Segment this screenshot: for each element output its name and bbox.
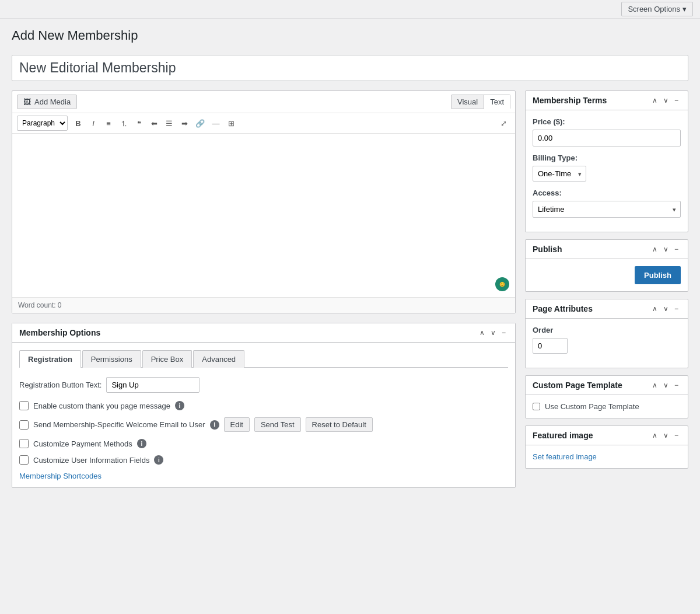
- order-input[interactable]: [533, 338, 568, 354]
- svg-text:😊: 😊: [499, 281, 505, 287]
- screen-options-button[interactable]: Screen Options ▾: [621, 2, 693, 16]
- table-button[interactable]: ⊞: [224, 116, 238, 131]
- customize-user-info-checkbox[interactable]: [19, 455, 29, 465]
- metabox-down-button[interactable]: ∨: [488, 328, 498, 337]
- billing-type-field-group: Billing Type: One-Time Recurring: [533, 154, 681, 182]
- page-title: Add New Membership: [12, 28, 688, 43]
- customize-payment-checkbox[interactable]: [19, 439, 29, 448]
- membership-terms-down-btn[interactable]: ∨: [661, 96, 671, 105]
- italic-button[interactable]: I: [86, 116, 100, 131]
- page-attributes-title: Page Attributes: [533, 304, 593, 313]
- publish-title: Publish: [533, 245, 562, 254]
- link-button[interactable]: 🔗: [192, 116, 208, 131]
- edit-email-button[interactable]: Edit: [224, 417, 250, 432]
- custom-template-down-btn[interactable]: ∨: [661, 381, 671, 390]
- reg-button-text-input[interactable]: [106, 377, 200, 393]
- featured-image-down-btn[interactable]: ∨: [661, 431, 671, 440]
- metabox-up-button[interactable]: ∧: [477, 328, 487, 337]
- membership-terms-controls: ∧ ∨ −: [650, 96, 681, 105]
- screen-options-label: Screen Options: [628, 5, 680, 13]
- featured-image-controls: ∧ ∨ −: [650, 431, 681, 440]
- customize-user-info-icon[interactable]: i: [154, 455, 163, 465]
- order-label: Order: [533, 326, 681, 334]
- send-test-button[interactable]: Send Test: [254, 417, 301, 432]
- billing-type-label: Billing Type:: [533, 154, 681, 162]
- access-select[interactable]: Lifetime Limited: [533, 201, 681, 218]
- enable-thank-you-row: Enable custom thank you page message i: [19, 401, 508, 410]
- set-featured-image-link[interactable]: Set featured image: [533, 452, 597, 461]
- enable-thank-you-checkbox[interactable]: [19, 401, 29, 410]
- send-welcome-email-row: Send Membership-Specific Welcome Email t…: [19, 417, 508, 432]
- text-tab[interactable]: Text: [484, 95, 510, 109]
- customize-user-info-label: Customize User Information Fields: [33, 456, 149, 465]
- price-field-group: Price ($):: [533, 117, 681, 146]
- membership-shortcodes-link[interactable]: Membership Shortcodes: [19, 472, 102, 480]
- horizontal-rule-button[interactable]: —: [209, 116, 223, 131]
- reset-to-default-button[interactable]: Reset to Default: [306, 417, 373, 432]
- content-layout: 🖼 Add Media Visual Text Paragraph Headin…: [12, 90, 688, 488]
- billing-type-select[interactable]: One-Time Recurring: [533, 166, 586, 182]
- emoji-picker-button[interactable]: 😊: [495, 277, 509, 291]
- right-column: Membership Terms ∧ ∨ − Price ($): Billin…: [525, 90, 688, 469]
- order-field-group: Order: [533, 326, 681, 354]
- featured-image-header: Featured image ∧ ∨ −: [526, 426, 688, 445]
- custom-template-checkbox[interactable]: [533, 403, 540, 410]
- editor-formatting-toolbar: Paragraph Heading 1 Heading 2 B I ≡ ⒈ ❝ …: [12, 113, 515, 134]
- metabox-collapse-button[interactable]: −: [499, 328, 508, 337]
- custom-template-up-btn[interactable]: ∧: [650, 381, 660, 390]
- customize-user-info-row: Customize User Information Fields i: [19, 455, 508, 465]
- publish-header: Publish ∧ ∨ −: [526, 240, 688, 259]
- add-media-button[interactable]: 🖼 Add Media: [17, 95, 77, 109]
- membership-terms-title: Membership Terms: [533, 96, 607, 105]
- send-welcome-email-checkbox[interactable]: [19, 420, 29, 430]
- editor-footer: Word count: 0: [12, 297, 515, 313]
- page-attributes-collapse-btn[interactable]: −: [672, 304, 681, 313]
- unordered-list-button[interactable]: ≡: [102, 116, 116, 131]
- featured-image-collapse-btn[interactable]: −: [672, 431, 681, 440]
- tab-price-box[interactable]: Price Box: [142, 350, 192, 368]
- publish-body: Publish: [526, 259, 688, 291]
- page-attributes-up-btn[interactable]: ∧: [650, 304, 660, 313]
- page-attributes-down-btn[interactable]: ∨: [661, 304, 671, 313]
- fullscreen-button[interactable]: ⤢: [496, 116, 510, 131]
- tab-permissions[interactable]: Permissions: [82, 350, 141, 368]
- price-input[interactable]: [533, 130, 681, 146]
- paragraph-select[interactable]: Paragraph Heading 1 Heading 2: [17, 116, 68, 131]
- featured-image-up-btn[interactable]: ∧: [650, 431, 660, 440]
- blockquote-button[interactable]: ❝: [132, 116, 146, 131]
- registration-tab-content: Registration Button Text: Enable custom …: [19, 377, 508, 480]
- align-right-button[interactable]: ➡: [177, 116, 191, 131]
- membership-terms-up-btn[interactable]: ∧: [650, 96, 660, 105]
- custom-template-collapse-btn[interactable]: −: [672, 381, 681, 390]
- tab-registration[interactable]: Registration: [19, 350, 81, 368]
- publish-controls: ∧ ∨ −: [650, 245, 681, 254]
- membership-terms-metabox: Membership Terms ∧ ∨ − Price ($): Billin…: [525, 90, 688, 232]
- send-welcome-email-info-icon[interactable]: i: [210, 420, 219, 430]
- editor-content-area[interactable]: 😊: [12, 134, 515, 297]
- post-title-input[interactable]: [12, 55, 688, 81]
- visual-tab[interactable]: Visual: [451, 95, 484, 109]
- align-left-button[interactable]: ⬅: [147, 116, 161, 131]
- publish-down-btn[interactable]: ∨: [661, 245, 671, 254]
- billing-type-select-wrapper: One-Time Recurring: [533, 166, 586, 182]
- enable-thank-you-info-icon[interactable]: i: [175, 401, 184, 410]
- publish-up-btn[interactable]: ∧: [650, 245, 660, 254]
- access-label: Access:: [533, 189, 681, 197]
- publish-metabox: Publish ∧ ∨ − Publish: [525, 239, 688, 292]
- tab-advanced[interactable]: Advanced: [193, 350, 244, 368]
- top-bar: Screen Options ▾: [0, 0, 700, 19]
- publish-button[interactable]: Publish: [635, 266, 681, 284]
- customize-payment-info-icon[interactable]: i: [137, 439, 146, 448]
- membership-terms-collapse-btn[interactable]: −: [672, 96, 681, 105]
- page-attributes-controls: ∧ ∨ −: [650, 304, 681, 313]
- publish-collapse-btn[interactable]: −: [672, 245, 681, 254]
- bold-button[interactable]: B: [71, 116, 85, 131]
- membership-options-body: Registration Permissions Price Box Advan…: [12, 343, 515, 487]
- enable-thank-you-label: Enable custom thank you page message: [33, 402, 170, 410]
- featured-image-title: Featured image: [533, 431, 593, 440]
- customize-payment-row: Customize Payment Methods i: [19, 439, 508, 448]
- page-wrap: Add New Membership 🖼 Add Media Visual Te…: [0, 19, 700, 497]
- align-center-button[interactable]: ☰: [162, 116, 176, 131]
- shortcodes-link-row: Membership Shortcodes: [19, 472, 508, 480]
- ordered-list-button[interactable]: ⒈: [117, 116, 131, 131]
